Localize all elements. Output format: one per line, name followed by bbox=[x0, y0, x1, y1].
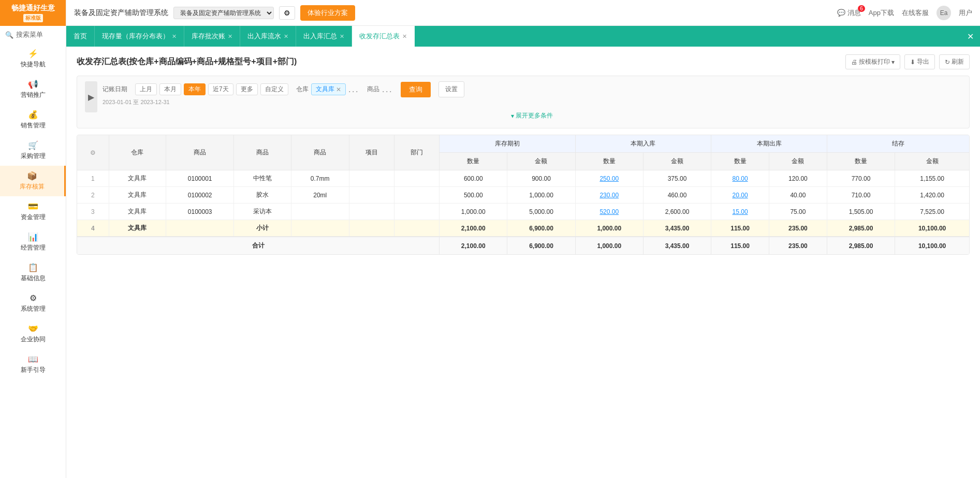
table-cell: 2,600.00 bbox=[643, 204, 711, 220]
tab-collect-summary-close[interactable]: ✕ bbox=[402, 33, 407, 40]
sidebar-item-system[interactable]: ⚙ 系统管理 bbox=[0, 288, 66, 318]
tabbar-close-all[interactable]: ✕ bbox=[961, 32, 980, 41]
query-button[interactable]: 查询 bbox=[401, 82, 431, 97]
footer-in-qty: 1,000.00 bbox=[575, 237, 643, 254]
refresh-button[interactable]: ↻ 刷新 bbox=[939, 54, 970, 69]
username[interactable]: 用户 bbox=[959, 8, 972, 18]
print-button[interactable]: 🖨 按模板打印 ▾ bbox=[845, 54, 900, 69]
sales-icon: 💰 bbox=[28, 110, 38, 120]
sidebar-item-enterprise[interactable]: 🤝 企业协同 bbox=[0, 318, 66, 349]
sidebar-item-operation[interactable]: 📊 经营管理 bbox=[0, 227, 66, 257]
table-cell: 3 bbox=[77, 204, 109, 220]
basic-icon: 📋 bbox=[28, 263, 38, 272]
table-cell: 1,505.00 bbox=[827, 204, 895, 220]
date-btn-7days[interactable]: 近7天 bbox=[208, 83, 233, 95]
date-btn-more[interactable]: 更多 bbox=[236, 83, 258, 95]
data-table-wrap: ⚙ 仓库 商品 商品 商品 项目 部门 库存期初 本期入库 本期出库 结存 bbox=[77, 135, 970, 255]
page-title: 收发存汇总表(按仓库+商品编码+商品+规格型号+项目+部门) bbox=[77, 56, 297, 67]
th-group-in: 本期入库 bbox=[575, 135, 711, 153]
date-btn-custom[interactable]: 自定义 bbox=[260, 83, 288, 95]
sidebar-guide-label: 新手引导 bbox=[21, 366, 46, 374]
table-cell[interactable]: 80.00 bbox=[711, 170, 769, 187]
table-cell bbox=[349, 204, 394, 220]
trial-button[interactable]: 体验行业方案 bbox=[300, 5, 355, 21]
table-row: 2文具库0100002胶水20ml500.001,000.00230.00460… bbox=[77, 187, 969, 204]
table-cell: 0100001 bbox=[166, 170, 234, 187]
product-more[interactable]: ... bbox=[382, 84, 393, 95]
sidebar-item-basic[interactable]: 📋 基础信息 bbox=[0, 257, 66, 288]
sidebar-item-search[interactable]: 🔍 搜索菜单 bbox=[0, 26, 66, 44]
warehouse-tag: 文具库 ✕ bbox=[311, 83, 346, 95]
date-btn-this-year[interactable]: 本年 bbox=[184, 83, 206, 95]
avatar[interactable]: Ea bbox=[937, 6, 951, 20]
table-cell: 7,525.00 bbox=[895, 204, 969, 220]
table-cell[interactable]: 15.00 bbox=[711, 204, 769, 220]
th-settings[interactable]: ⚙ bbox=[77, 135, 109, 170]
warehouse-tag-close[interactable]: ✕ bbox=[336, 86, 341, 93]
table-cell: 文具库 bbox=[109, 220, 166, 237]
table-cell[interactable]: 520.00 bbox=[575, 204, 643, 220]
finance-icon: 💳 bbox=[28, 201, 38, 211]
page-content: 收发存汇总表(按仓库+商品编码+商品+规格型号+项目+部门) 🖨 按模板打印 ▾… bbox=[66, 47, 980, 478]
sidebar-item-finance[interactable]: 💳 资金管理 bbox=[0, 196, 66, 227]
sidebar-item-marketing[interactable]: 📢 营销推广 bbox=[0, 74, 66, 105]
table-cell bbox=[394, 187, 439, 204]
warehouse-label: 仓库 bbox=[296, 85, 309, 94]
table-cell: 5,000.00 bbox=[507, 204, 575, 220]
table-cell: 115.00 bbox=[711, 220, 769, 237]
sidebar-item-sales[interactable]: 💰 销售管理 bbox=[0, 105, 66, 135]
table-cell: 3,435.00 bbox=[643, 220, 711, 237]
sidebar-basic-label: 基础信息 bbox=[21, 274, 46, 283]
table-cell bbox=[166, 220, 234, 237]
table-cell: 采访本 bbox=[234, 204, 291, 220]
table-cell[interactable]: 250.00 bbox=[575, 170, 643, 187]
tab-batch-close[interactable]: ✕ bbox=[228, 33, 232, 40]
table-cell[interactable]: 20.00 bbox=[711, 187, 769, 204]
refresh-icon: ↻ bbox=[945, 59, 950, 66]
expand-button[interactable]: ▾ 展开更多条件 bbox=[511, 111, 553, 120]
table-cell: 2,100.00 bbox=[440, 220, 507, 237]
table-cell bbox=[394, 204, 439, 220]
main-area: 装备及固定资产辅助管理系统 装备及固定资产辅助管理系统 ⚙ 体验行业方案 💬 消… bbox=[66, 0, 980, 478]
online-service-link[interactable]: 在线客服 bbox=[902, 8, 929, 18]
tab-collect-summary[interactable]: 收发存汇总表 ✕ bbox=[352, 26, 415, 47]
date-btn-last-month[interactable]: 上月 bbox=[135, 83, 157, 95]
table-cell[interactable]: 230.00 bbox=[575, 187, 643, 204]
tab-inventory-dist-close[interactable]: ✕ bbox=[172, 33, 177, 40]
tab-home[interactable]: 首页 bbox=[66, 26, 95, 47]
sidebar-item-purchase[interactable]: 🛒 采购管理 bbox=[0, 135, 66, 166]
table-cell: 375.00 bbox=[643, 170, 711, 187]
tab-inout-flow-close[interactable]: ✕ bbox=[284, 33, 288, 40]
system-select[interactable]: 装备及固定资产辅助管理系统 bbox=[173, 7, 274, 19]
tab-inout-summary-close[interactable]: ✕ bbox=[340, 33, 344, 40]
date-btn-this-month[interactable]: 本月 bbox=[159, 83, 181, 95]
message-icon[interactable]: 💬 消息 6 bbox=[837, 8, 861, 18]
sidebar-item-guide[interactable]: 📖 新手引导 bbox=[0, 349, 66, 380]
tab-inventory-dist[interactable]: 现存量（库存分布表） ✕ bbox=[95, 26, 184, 47]
sidebar-item-inventory[interactable]: 📦 库存核算 bbox=[0, 166, 66, 196]
setting-button[interactable]: 设置 bbox=[438, 81, 464, 97]
filter-product: 商品 ... bbox=[367, 84, 393, 95]
print-chevron-icon: ▾ bbox=[891, 59, 895, 66]
inventory-icon: 📦 bbox=[27, 171, 37, 181]
warehouse-more[interactable]: ... bbox=[348, 84, 359, 95]
table-cell: 10,100.00 bbox=[895, 220, 969, 237]
table-cell bbox=[349, 187, 394, 204]
table-cell bbox=[291, 220, 349, 237]
tab-inout-flow[interactable]: 出入库流水 ✕ bbox=[240, 26, 296, 47]
app-download-link[interactable]: App下载 bbox=[869, 8, 894, 18]
system-icon: ⚙ bbox=[30, 293, 37, 303]
purchase-icon: 🛒 bbox=[28, 140, 38, 150]
tab-inout-summary[interactable]: 出入库汇总 ✕ bbox=[296, 26, 352, 47]
th-product-spec: 商品 bbox=[291, 135, 349, 170]
tab-batch[interactable]: 库存批次账 ✕ bbox=[184, 26, 240, 47]
export-button[interactable]: ⬇ 导出 bbox=[904, 54, 935, 69]
sidebar-item-quick-nav[interactable]: ⚡ 快捷导航 bbox=[0, 44, 66, 74]
th-balance-qty: 数量 bbox=[827, 153, 895, 170]
sidebar: 畅捷通好生意 标准版 🔍 搜索菜单 ⚡ 快捷导航 📢 营销推广 💰 销售管理 🛒… bbox=[0, 0, 66, 478]
table-cell: 胶水 bbox=[234, 187, 291, 204]
footer-opening-amt: 6,900.00 bbox=[507, 237, 575, 254]
filter-collapse-button[interactable]: ▶ bbox=[85, 81, 97, 112]
table-row: 3文具库0100003采访本1,000.005,000.00520.002,60… bbox=[77, 204, 969, 220]
gear-button[interactable]: ⚙ bbox=[279, 6, 295, 20]
